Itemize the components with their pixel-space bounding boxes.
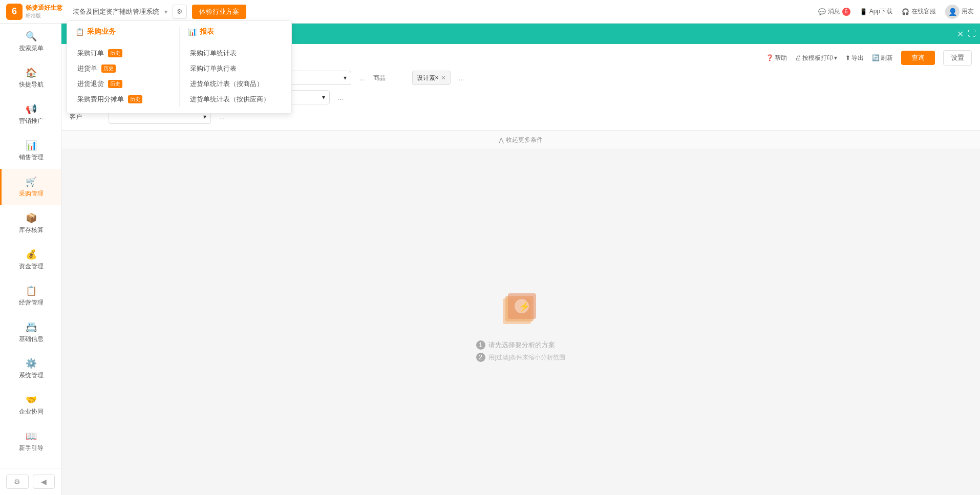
sidebar-item-basic[interactable]: 📇 基础信息 — [0, 314, 61, 351]
goods-tag-close[interactable]: ✕ — [441, 74, 446, 81]
menu-item-purchase-order-exec[interactable]: 采购订单执行表 — [188, 61, 284, 76]
search-icon: 🔍 — [26, 31, 37, 42]
history-badge-4: 历史 — [128, 95, 142, 103]
header-middle: 装备及固定资产辅助管理系统 ▾ ⚙ 体验行业方案 — [68, 5, 818, 19]
purchase-order-label: 采购订单 — [77, 49, 104, 58]
menu-item-purchase-order-stat[interactable]: 采购订单统计表 — [188, 46, 284, 61]
message-icon: 💬 — [818, 8, 826, 15]
sidebar-item-purchase[interactable]: 🛒 采购管理 — [0, 169, 61, 205]
tab-close-all-button[interactable]: ✕ — [957, 29, 964, 39]
sidebar-label-finance: 资金管理 — [19, 262, 44, 271]
tab-bar-controls: ✕ ⛶ — [957, 29, 976, 39]
history-badge-2: 历史 — [101, 64, 116, 73]
tab-maximize-button[interactable]: ⛶ — [968, 29, 976, 39]
header-right: 💬 消息 6 📱 App下载 🎧 在线客服 👤 用友 — [818, 5, 974, 19]
step2-icon: 2 — [476, 353, 485, 362]
print-button[interactable]: 🖨 按模板打印 ▾ — [795, 54, 837, 62]
sidebar-item-operation[interactable]: 📋 经营管理 — [0, 278, 61, 314]
purchase-dropdown-menu: 📋 采购业务 采购订单 历史 进货单 历史 进货退货 历史 采购费用分摊单 历史… — [67, 20, 292, 114]
refresh-button[interactable]: 🔄 刷新 — [872, 54, 893, 62]
sidebar-item-guide[interactable]: 📖 新手引导 — [0, 423, 61, 460]
voucher-status-dots: ... — [359, 74, 365, 82]
purchase-icon: 🛒 — [26, 176, 37, 187]
home-icon: 🏠 — [26, 67, 37, 78]
settings-button[interactable]: ⚙ — [173, 5, 187, 19]
sidebar-item-quick[interactable]: 🏠 快捷导航 — [0, 60, 61, 96]
sidebar-item-marketing[interactable]: 📢 营销推广 — [0, 96, 61, 133]
collapse-button[interactable]: ⋀ 收起更多条件 — [493, 134, 549, 146]
sidebar-label-basic: 基础信息 — [19, 335, 44, 343]
query-button[interactable]: 查询 — [901, 51, 935, 65]
export-icon: ⬆ — [845, 54, 850, 61]
help-link[interactable]: ❓ 帮助 — [766, 54, 787, 62]
sidebar-label-search: 搜索菜单 — [19, 44, 44, 53]
select-arrow-icon: ▾ — [344, 74, 347, 81]
logo-text: 畅捷通好生意 标准版 — [26, 4, 62, 19]
sidebar-label-sales: 销售管理 — [19, 153, 44, 162]
sidebar-label-system: 系统管理 — [19, 371, 44, 380]
industry-button[interactable]: 体验行业方案 — [192, 5, 246, 19]
export-button[interactable]: ⬆ 导出 — [845, 54, 864, 62]
empty-hint2: 用[过滤]条件来缩小分析范围 — [488, 353, 566, 362]
finance-icon: 💰 — [26, 249, 37, 260]
system-icon: ⚙️ — [26, 358, 37, 369]
guide-icon: 📖 — [26, 431, 37, 442]
goods-tag: 设计素× ✕ — [412, 71, 451, 85]
goods-label: 商品 — [373, 74, 404, 82]
enterprise-icon: 🤝 — [26, 394, 37, 405]
system-title: 装备及固定资产辅助管理系统 — [73, 7, 159, 16]
menu-item-incoming[interactable]: 进货单 历史 — [75, 61, 171, 76]
staff-dots: ... — [338, 94, 344, 101]
dropdown-arrow-icon[interactable]: ▾ — [164, 8, 167, 15]
return-label: 进货退货 — [77, 79, 104, 89]
sidebar-item-search[interactable]: 🔍 搜索菜单 — [0, 24, 61, 60]
menu-item-incoming-stat-supplier[interactable]: 进货单统计表（按供应商） — [188, 92, 284, 107]
user-menu-button[interactable]: 👤 用友 — [945, 5, 974, 19]
sidebar-label-inventory: 库存核算 — [19, 226, 44, 234]
operation-icon: 📋 — [26, 285, 37, 296]
help-icon: ❓ — [766, 54, 774, 61]
staff-arrow-icon: ▾ — [322, 94, 325, 101]
sidebar-item-inventory[interactable]: 📦 库存核算 — [0, 205, 61, 242]
svg-text:⚡: ⚡ — [519, 301, 530, 312]
empty-illustration: ⚡ — [495, 283, 546, 334]
sales-icon: 📊 — [26, 140, 37, 151]
customer-label: 客户 — [70, 113, 100, 121]
history-badge-3: 历史 — [108, 80, 122, 88]
purchase-section: 📋 采购业务 采购订单 历史 进货单 历史 进货退货 历史 采购费用分摊单 历史 — [67, 27, 179, 107]
collapse-sidebar-button[interactable]: ◀ — [33, 475, 55, 489]
customer-arrow-icon: ▾ — [203, 113, 206, 120]
logo-area: 6 畅捷通好生意 标准版 — [6, 4, 68, 20]
menu-item-purchase-order[interactable]: 采购订单 历史 — [75, 46, 171, 61]
purchase-order-exec-label: 采购订单执行表 — [190, 64, 237, 73]
message-button[interactable]: 💬 消息 6 — [818, 7, 850, 16]
goods-dots: ... — [459, 74, 464, 82]
basic-icon: 📇 — [26, 321, 37, 333]
setting-button[interactable]: 设置 — [943, 50, 972, 66]
menu-item-incoming-stat-goods[interactable]: 进货单统计表（按商品） — [188, 76, 284, 92]
refresh-icon: 🔄 — [872, 54, 880, 61]
sidebar-item-system[interactable]: ⚙️ 系统管理 — [0, 351, 61, 387]
menu-item-cost-share[interactable]: 采购费用分摊单 历史 — [75, 92, 171, 107]
print-arrow-icon: ▾ — [834, 54, 837, 61]
inventory-icon: 📦 — [26, 212, 37, 224]
sidebar-item-sales[interactable]: 📊 销售管理 — [0, 133, 61, 169]
online-service-button[interactable]: 🎧 在线客服 — [902, 7, 936, 16]
sidebar-label-enterprise: 企业协同 — [19, 407, 44, 416]
empty-hint1: 请先选择要分析的方案 — [488, 340, 555, 350]
sidebar-item-finance[interactable]: 💰 资金管理 — [0, 242, 61, 278]
purchase-order-stat-label: 采购订单统计表 — [190, 49, 237, 58]
incoming-stat-supplier-label: 进货单统计表（按供应商） — [190, 95, 270, 104]
phone-icon: 📱 — [860, 8, 867, 15]
sidebar-item-enterprise[interactable]: 🤝 企业协同 — [0, 387, 61, 423]
sidebar-label-marketing: 营销推广 — [19, 117, 44, 125]
customer-dots: ... — [219, 113, 225, 121]
incoming-label: 进货单 — [77, 64, 97, 73]
sidebar-bottom: ⚙ ◀ — [0, 468, 61, 495]
menu-item-return[interactable]: 进货退货 历史 — [75, 76, 171, 92]
avatar: 👤 — [945, 5, 960, 19]
purchase-section-icon: 📋 — [75, 28, 84, 36]
settings-bottom-button[interactable]: ⚙ — [6, 475, 29, 489]
app-download-button[interactable]: 📱 App下载 — [860, 7, 892, 16]
purchase-section-title: 📋 采购业务 — [75, 27, 171, 40]
